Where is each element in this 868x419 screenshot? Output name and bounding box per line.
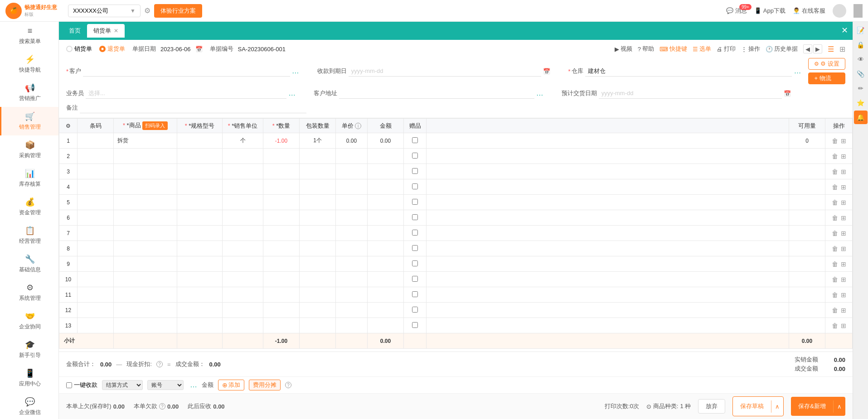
- delete-row-btn-13[interactable]: 🗑: [832, 322, 838, 329]
- calendar-icon[interactable]: 📅: [195, 46, 203, 53]
- cell-gift-8[interactable]: [404, 241, 427, 256]
- logistics-button[interactable]: + 物流: [808, 72, 845, 84]
- copy-row-btn-4[interactable]: ⊞: [841, 183, 846, 191]
- company-selector[interactable]: XXXXXX公司 ▼: [68, 5, 141, 17]
- right-panel-btn-5[interactable]: ✏: [854, 82, 868, 95]
- cell-barcode-5[interactable]: [78, 195, 114, 210]
- cell-pkgqty-3[interactable]: [300, 164, 336, 179]
- cell-gift-1[interactable]: [404, 133, 427, 149]
- cell-amount-13[interactable]: [368, 318, 404, 333]
- gift-checkbox-13[interactable]: [412, 322, 418, 328]
- cell-qty-9[interactable]: [263, 256, 300, 272]
- cell-unit-1[interactable]: 个: [223, 133, 263, 149]
- cell-price-3[interactable]: [336, 164, 368, 179]
- due-date-calendar-icon[interactable]: 📅: [543, 68, 550, 75]
- salesperson-input[interactable]: [86, 88, 286, 99]
- cell-qty-1[interactable]: -1.00: [263, 133, 300, 149]
- cell-amount-12[interactable]: [368, 303, 404, 318]
- cell-amount-5[interactable]: [368, 195, 404, 210]
- sidebar-item-marketing[interactable]: 📢 营销推广: [0, 78, 58, 107]
- cell-gift-5[interactable]: [404, 195, 427, 210]
- right-panel-btn-2[interactable]: 🔒: [854, 38, 868, 52]
- cell-unit-6[interactable]: [223, 210, 263, 226]
- copy-row-btn-12[interactable]: ⊞: [841, 307, 846, 314]
- cell-gift-13[interactable]: [404, 318, 427, 333]
- gift-checkbox-4[interactable]: [412, 183, 418, 189]
- abandon-button[interactable]: 放弃: [698, 399, 725, 414]
- cell-price-11[interactable]: [336, 287, 368, 303]
- cell-unit-8[interactable]: [223, 241, 263, 256]
- payment-method-select[interactable]: 结算方式: [102, 380, 143, 390]
- list-view-icon[interactable]: ☰: [828, 45, 834, 53]
- toolbar-video-btn[interactable]: ▶ 视频: [615, 45, 632, 53]
- radio-return[interactable]: 退货单: [99, 45, 125, 53]
- copy-row-btn-1[interactable]: ⊞: [841, 137, 846, 144]
- cell-amount-8[interactable]: [368, 241, 404, 256]
- save-draft-button[interactable]: 保存草稿 ∧: [732, 396, 784, 416]
- cell-product-2[interactable]: [114, 149, 177, 164]
- cell-gift-12[interactable]: [404, 303, 427, 318]
- gift-checkbox-12[interactable]: [412, 307, 418, 313]
- delete-row-btn-3[interactable]: 🗑: [832, 168, 838, 175]
- gift-checkbox-11[interactable]: [412, 291, 418, 297]
- delete-row-btn-12[interactable]: 🗑: [832, 307, 838, 314]
- tab-home[interactable]: 首页: [63, 24, 87, 38]
- account-ellipsis-icon[interactable]: …: [190, 381, 197, 389]
- sidebar-item-apps[interactable]: 📱 应用中心: [0, 364, 58, 392]
- discount-info-icon[interactable]: ?: [156, 361, 163, 367]
- notice-button[interactable]: 💬 消息 99+: [726, 7, 747, 15]
- copy-row-btn-11[interactable]: ⊞: [841, 291, 846, 299]
- copy-row-btn-10[interactable]: ⊞: [841, 276, 846, 283]
- cell-qty-7[interactable]: [263, 226, 300, 241]
- cell-spec-5[interactable]: [177, 195, 223, 210]
- expense-split-button[interactable]: 费用分摊: [249, 380, 281, 390]
- gift-checkbox-2[interactable]: [412, 153, 418, 159]
- cell-unit-11[interactable]: [223, 287, 263, 303]
- cell-product-13[interactable]: [114, 318, 177, 333]
- grid-view-icon[interactable]: ⊞: [839, 45, 845, 53]
- save-new-button[interactable]: 保存&新增 ∧: [791, 397, 845, 416]
- price-info-icon[interactable]: i: [355, 123, 361, 129]
- user-avatar[interactable]: [833, 4, 846, 18]
- delete-row-btn-6[interactable]: 🗑: [832, 214, 838, 222]
- cell-gift-7[interactable]: [404, 226, 427, 241]
- cell-pkgqty-10[interactable]: [300, 272, 336, 287]
- cell-qty-11[interactable]: [263, 287, 300, 303]
- cell-amount-2[interactable]: [368, 149, 404, 164]
- expense-help-icon[interactable]: ?: [285, 382, 291, 388]
- copy-row-btn-13[interactable]: ⊞: [841, 322, 846, 329]
- sidebar-item-purchase[interactable]: 📦 采购管理: [0, 135, 58, 164]
- cell-product-6[interactable]: [114, 210, 177, 226]
- cell-barcode-3[interactable]: [78, 164, 114, 179]
- expected-date-input[interactable]: [599, 88, 782, 99]
- tab-close-icon[interactable]: ✕: [114, 28, 118, 34]
- cell-pkgqty-6[interactable]: [300, 210, 336, 226]
- cell-barcode-11[interactable]: [78, 287, 114, 303]
- cell-qty-2[interactable]: [263, 149, 300, 164]
- copy-row-btn-7[interactable]: ⊞: [841, 230, 846, 237]
- cell-amount-11[interactable]: [368, 287, 404, 303]
- cell-pkgqty-9[interactable]: [300, 256, 336, 272]
- cell-price-7[interactable]: [336, 226, 368, 241]
- cell-gift-4[interactable]: [404, 179, 427, 195]
- cell-unit-12[interactable]: [223, 303, 263, 318]
- toolbar-operate-btn[interactable]: ⋮ 操作: [741, 45, 760, 53]
- cell-gift-11[interactable]: [404, 287, 427, 303]
- date-value[interactable]: 2023-06-06: [160, 46, 191, 53]
- delete-row-btn-4[interactable]: 🗑: [832, 183, 838, 191]
- cell-pkgqty-13[interactable]: [300, 318, 336, 333]
- cell-product-7[interactable]: [114, 226, 177, 241]
- cell-gift-3[interactable]: [404, 164, 427, 179]
- cell-qty-10[interactable]: [263, 272, 300, 287]
- settings-gear-button[interactable]: ⚙: [144, 6, 150, 15]
- tab-sales-order[interactable]: 销货单 ✕: [87, 24, 125, 38]
- right-panel-btn-3[interactable]: 👁: [854, 53, 868, 66]
- cell-barcode-13[interactable]: [78, 318, 114, 333]
- cell-product-4[interactable]: [114, 179, 177, 195]
- toolbar-help-btn[interactable]: ? 帮助: [638, 45, 654, 53]
- customer-addr-ellipsis-icon[interactable]: …: [536, 89, 543, 97]
- delete-row-btn-5[interactable]: 🗑: [832, 199, 838, 206]
- add-payment-button[interactable]: ⊕ 添加: [218, 380, 244, 390]
- toolbar-print-btn[interactable]: 🖨 打印: [717, 45, 736, 53]
- cell-barcode-8[interactable]: [78, 241, 114, 256]
